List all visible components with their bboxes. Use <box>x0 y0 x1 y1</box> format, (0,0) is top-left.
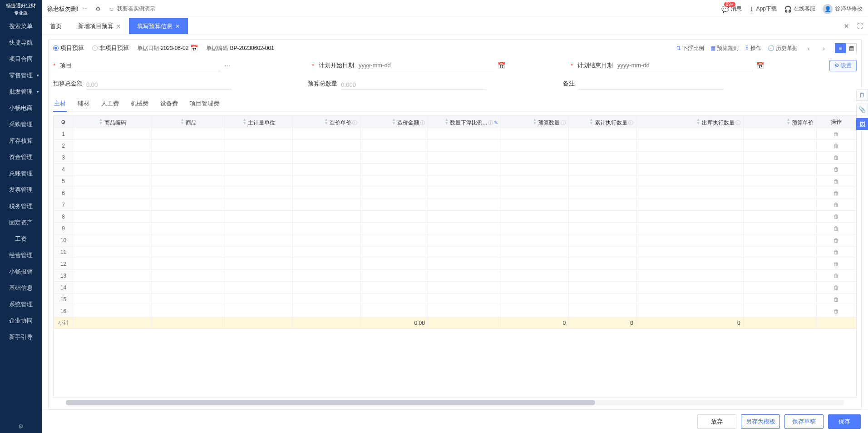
sort-icon[interactable]: ▲▼ <box>444 118 449 125</box>
tab-close-icon[interactable]: ✕ <box>175 23 180 30</box>
radio-non-project-budget[interactable]: 非项目预算 <box>92 44 129 52</box>
history-prev-icon[interactable]: ‹ <box>804 44 813 53</box>
col-出库执行数量[interactable]: ▲▼出库执行数量ⓘ <box>636 116 743 128</box>
tool-operations[interactable]: ⠿操作 <box>745 45 761 52</box>
col-数量下浮比例[interactable]: ▲▼数量下浮比例...ⓘ✎ <box>428 116 501 128</box>
cost-tab-1[interactable]: 辅材 <box>77 97 90 111</box>
sidebar-item-7[interactable]: 库存核算 <box>0 133 42 149</box>
project-lookup-icon[interactable]: ⋯ <box>224 62 231 69</box>
col-商品编码[interactable]: ▲▼商品编码 <box>73 116 152 128</box>
table-row[interactable]: 4🗑 <box>54 164 856 175</box>
help-icon[interactable]: ⓘ <box>488 120 493 125</box>
tab-2[interactable]: 填写预算信息✕ <box>129 18 188 34</box>
cost-tab-3[interactable]: 机械费 <box>130 97 149 111</box>
delete-row-icon[interactable]: 🗑 <box>833 284 839 291</box>
sidebar-item-1[interactable]: 快捷导航 <box>0 35 42 51</box>
save-draft-button[interactable]: 保存草稿 <box>784 414 824 429</box>
dock-note-icon[interactable]: 🗒 <box>856 89 868 101</box>
save-button[interactable]: 保存 <box>828 414 861 429</box>
demo-link[interactable]: ☺ 我要看实例演示 <box>106 5 155 13</box>
sort-icon[interactable]: ▲▼ <box>589 118 593 125</box>
table-row[interactable]: 6🗑 <box>54 187 856 199</box>
delete-row-icon[interactable]: 🗑 <box>833 131 839 137</box>
sort-icon[interactable]: ▲▼ <box>99 118 103 125</box>
table-row[interactable]: 5🗑 <box>54 175 856 187</box>
tabs-close-all-icon[interactable]: ✕ <box>841 21 852 32</box>
table-row[interactable]: 14🗑 <box>54 282 856 294</box>
view-card-icon[interactable]: ▤ <box>846 43 857 53</box>
sort-icon[interactable]: ▲▼ <box>392 118 396 125</box>
delete-row-icon[interactable]: 🗑 <box>833 154 839 161</box>
sort-icon[interactable]: ▲▼ <box>180 118 184 125</box>
radio-project-budget[interactable]: 项目预算 <box>53 44 84 52</box>
table-row[interactable]: 12🗑 <box>54 258 856 270</box>
save-template-button[interactable]: 另存为模板 <box>741 414 780 429</box>
delete-row-icon[interactable]: 🗑 <box>833 249 839 255</box>
col-造价单价[interactable]: ▲▼造价单价ⓘ <box>293 116 360 128</box>
plan-start-input[interactable] <box>358 60 494 71</box>
sort-icon[interactable]: ▲▼ <box>696 118 700 125</box>
settings-button[interactable]: ⚙设置 <box>829 60 857 71</box>
doc-date-value[interactable]: 2023-06-02 <box>161 45 188 51</box>
help-icon[interactable]: ⓘ <box>352 120 357 125</box>
table-row[interactable]: 1🗑 <box>54 128 856 140</box>
table-row[interactable]: 10🗑 <box>54 234 856 246</box>
table-row[interactable]: 16🗑 <box>54 305 856 317</box>
plan-end-calendar-icon[interactable]: 📅 <box>756 62 764 69</box>
tenant-dropdown-icon[interactable]: ﹀ <box>82 5 88 13</box>
remark-input[interactable] <box>578 78 724 90</box>
col-主计量单位[interactable]: ▲▼主计量单位 <box>225 116 293 128</box>
sidebar-item-19[interactable]: 新手引导 <box>0 329 42 345</box>
delete-row-icon[interactable]: 🗑 <box>833 190 839 196</box>
delete-row-icon[interactable]: 🗑 <box>833 202 839 208</box>
delete-row-icon[interactable]: 🗑 <box>833 308 839 314</box>
tab-close-icon[interactable]: ✕ <box>116 23 121 30</box>
col-预算单价[interactable]: ▲▼预算单价 <box>743 116 816 128</box>
history-next-icon[interactable]: › <box>819 44 829 53</box>
sidebar-item-0[interactable]: 搜索菜单 <box>0 18 42 35</box>
edit-icon[interactable]: ✎ <box>494 120 498 125</box>
table-settings-icon[interactable]: ⚙ <box>54 116 73 128</box>
delete-row-icon[interactable]: 🗑 <box>833 237 839 244</box>
cost-tab-0[interactable]: 主材 <box>53 97 67 111</box>
table-row[interactable]: 8🗑 <box>54 211 856 223</box>
tool-budget-rule[interactable]: ▦预算规则 <box>710 45 739 52</box>
plan-start-calendar-icon[interactable]: 📅 <box>498 62 505 69</box>
delete-row-icon[interactable]: 🗑 <box>833 214 839 220</box>
delete-row-icon[interactable]: 🗑 <box>833 273 839 279</box>
col-累计执行数量[interactable]: ▲▼累计执行数量ⓘ <box>569 116 636 128</box>
dock-attach-icon[interactable]: 📎 <box>856 104 868 115</box>
col-预算数量[interactable]: ▲▼预算数量ⓘ <box>501 116 569 128</box>
cost-tab-5[interactable]: 项目管理费 <box>189 97 220 111</box>
sidebar-item-15[interactable]: 小畅报销 <box>0 264 42 280</box>
help-icon[interactable]: ⓘ <box>735 120 740 125</box>
sort-icon[interactable]: ▲▼ <box>533 118 537 125</box>
help-icon[interactable]: ⓘ <box>420 120 425 125</box>
sidebar-item-14[interactable]: 经营管理 <box>0 247 42 264</box>
sidebar-item-6[interactable]: 采购管理 <box>0 116 42 133</box>
dock-image-icon[interactable]: 🖼 <box>856 118 868 130</box>
sidebar-item-5[interactable]: 小畅电商 <box>0 100 42 116</box>
delete-row-icon[interactable]: 🗑 <box>833 143 839 149</box>
sidebar-item-17[interactable]: 系统管理 <box>0 296 42 313</box>
sort-icon[interactable]: ▲▼ <box>786 118 790 125</box>
plan-end-input[interactable] <box>616 60 753 71</box>
discard-button[interactable]: 放弃 <box>697 414 736 429</box>
sort-icon[interactable]: ▲▼ <box>324 118 328 125</box>
table-row[interactable]: 9🗑 <box>54 223 856 234</box>
sidebar-item-16[interactable]: 基础信息 <box>0 280 42 296</box>
table-row[interactable]: 7🗑 <box>54 199 856 211</box>
sidebar-item-13[interactable]: 工资 <box>0 231 42 247</box>
view-list-icon[interactable]: ≡ <box>835 43 846 53</box>
sidebar-item-18[interactable]: 企业协同 <box>0 313 42 329</box>
delete-row-icon[interactable]: 🗑 <box>833 296 839 303</box>
sidebar-item-4[interactable]: 批发管理▾ <box>0 84 42 100</box>
help-icon[interactable]: ⓘ <box>561 120 566 125</box>
sidebar-settings-button[interactable]: ⚙ <box>0 419 42 433</box>
cost-tab-2[interactable]: 人工费 <box>100 97 120 111</box>
sidebar-item-3[interactable]: 零售管理▾ <box>0 67 42 84</box>
delete-row-icon[interactable]: 🗑 <box>833 178 839 184</box>
sidebar-item-8[interactable]: 资金管理 <box>0 149 42 165</box>
online-service-button[interactable]: 🎧 在线客服 <box>784 5 815 13</box>
table-row[interactable]: 11🗑 <box>54 246 856 258</box>
